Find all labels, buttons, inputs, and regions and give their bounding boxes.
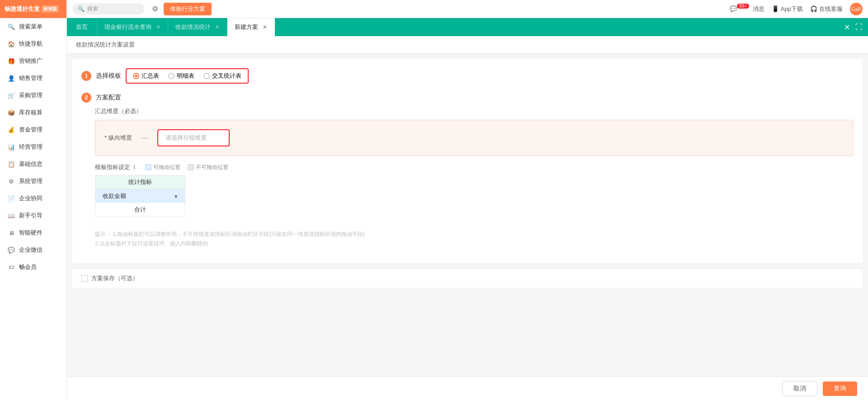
box-icon: 📦 [7, 108, 15, 117]
doc-icon: 📄 [7, 194, 15, 202]
sidebar-item-sales[interactable]: 👤 销售管理 [0, 70, 66, 87]
sidebar-label-operation: 经营管理 [19, 143, 42, 151]
breadcrumb-text: 收款情况统计方案设置 [76, 41, 135, 48]
save-section: 方案保存（可选） [72, 268, 863, 288]
step1-badge: 1 [81, 71, 91, 81]
edition-badge: 标准版 [42, 5, 59, 13]
avatar-text: CaR [851, 6, 861, 12]
user-avatar[interactable]: CaR [850, 3, 863, 15]
group-dimension-selector[interactable]: 请选择分组维度 [157, 129, 230, 146]
metric-dropdown-icon[interactable]: ▾ [175, 193, 178, 200]
radio-detail[interactable]: 明细表 [168, 72, 194, 80]
headset-icon: 🎧 [810, 5, 817, 12]
message-label: 消息 [753, 5, 764, 13]
radio-cross-label: 交叉统计表 [212, 72, 241, 80]
draggable-legend-box [145, 164, 151, 170]
message-icon: 💬 [730, 5, 737, 12]
form-body: 1 选择模板 汇总表 明细表 交叉统计表 [72, 59, 863, 263]
sidebar-item-member[interactable]: 🏷 畅会员 [0, 259, 66, 276]
sidebar-item-search-menu[interactable]: 🔍 搜索菜单 [0, 18, 66, 35]
cart-icon: 🛒 [7, 91, 15, 99]
gift-icon: 🎁 [7, 57, 15, 65]
clipboard-icon: 📋 [7, 160, 15, 168]
tag-icon: 🏷 [7, 263, 15, 271]
query-button[interactable]: 查询 [823, 381, 857, 396]
sidebar-item-corp-collab[interactable]: 📄 企业协同 [0, 190, 66, 207]
app-download-label: App下载 [781, 5, 803, 13]
tip-line2: 2.点击标题栏下拉可设置排序、插入列和删除列 [95, 240, 854, 248]
step1-row: 1 选择模板 汇总表 明细表 交叉统计表 [81, 68, 854, 84]
sidebar-label-corp-wechat: 企业微信 [19, 246, 42, 254]
message-badge: 99+ [737, 4, 749, 9]
stats-table: 统计指标 收款金额 ▾ 合计 [95, 175, 185, 217]
sidebar-label-member: 畅会员 [19, 263, 37, 271]
sidebar: 畅捷通好生意 标准版 🔍 搜索菜单 🏠 快捷导航 🎁 营销推广 👤 销售管理 🛒… [0, 0, 67, 400]
tab-new-plan[interactable]: 新建方案 ✕ [227, 18, 275, 36]
tabbar-actions: ✕ ⛶ [844, 23, 868, 32]
sidebar-item-newbie[interactable]: 📖 新手引导 [0, 207, 66, 224]
sidebar-label-purchase: 采购管理 [19, 91, 42, 99]
maximize-icon[interactable]: ⛶ [855, 23, 863, 31]
sidebar-item-corp-wechat[interactable]: 💬 企业微信 [0, 241, 66, 259]
template-radio-group: 汇总表 明细表 交叉统计表 [126, 68, 249, 84]
radio-summary[interactable]: 汇总表 [133, 72, 159, 80]
selector-placeholder: 请选择分组维度 [165, 134, 207, 141]
metric-name: 收款金额 [103, 192, 126, 200]
tab-receipt-stats[interactable]: 收款情况统计 ✕ [168, 18, 227, 36]
topbar: 🔍 搜索 ⚙ 体验行业方案 💬 99+ 消息 📱 App下载 🎧 在线客服 Ca… [67, 0, 868, 18]
settings-icon[interactable]: ⚙ [152, 5, 158, 13]
radio-summary-circle [133, 73, 139, 79]
radio-cross[interactable]: 交叉统计表 [203, 72, 241, 80]
mobile-icon: 📱 [772, 5, 779, 12]
tab-receipt-stats-close-icon[interactable]: ✕ [215, 24, 220, 30]
draggable-legend: 可拖动位置 [145, 164, 180, 171]
sidebar-label-newbie: 新手引导 [19, 212, 42, 220]
sidebar-item-basic-info[interactable]: 📋 基础信息 [0, 155, 66, 173]
sidebar-item-finance[interactable]: 💰 资金管理 [0, 121, 66, 138]
chart-icon: 📊 [7, 143, 15, 151]
chat-icon: 💬 [7, 246, 15, 254]
radio-cross-circle [203, 73, 210, 79]
cancel-button[interactable]: 取消 [782, 381, 817, 396]
fixed-legend-label: 不可拖动位置 [196, 164, 228, 171]
tab-new-plan-label: 新建方案 [235, 23, 258, 31]
metrics-header: 模板指标设定（ 可拖动位置 不可拖动位置 [95, 163, 854, 171]
sidebar-item-inventory[interactable]: 📦 库存核算 [0, 104, 66, 121]
sidebar-item-quick-nav[interactable]: 🏠 快捷导航 [0, 35, 66, 52]
summary-dimension-text: 汇总维度（必选） [95, 108, 142, 114]
step2-badge: 2 [81, 93, 91, 103]
money-icon: 💰 [7, 126, 15, 134]
draggable-legend-label: 可拖动位置 [153, 164, 180, 171]
user-icon: 👤 [7, 74, 15, 82]
search-menu-icon: 🔍 [7, 23, 15, 31]
save-checkbox[interactable] [81, 275, 88, 282]
sidebar-logo: 畅捷通好生意 标准版 [0, 0, 66, 18]
tab-home[interactable]: 首页 [67, 18, 97, 36]
industry-solution-button[interactable]: 体验行业方案 [164, 3, 212, 15]
sidebar-item-marketing[interactable]: 🎁 营销推广 [0, 52, 66, 70]
tab-cash-flow-label: 现金银行流水查询 [104, 23, 151, 31]
gear-icon: ⚙ [7, 177, 15, 185]
sidebar-label-search-menu: 搜索菜单 [19, 23, 42, 31]
tab-cash-flow-close-icon[interactable]: ✕ [156, 24, 160, 30]
sidebar-label-system: 系统管理 [19, 177, 42, 185]
sidebar-item-purchase[interactable]: 🛒 采购管理 [0, 87, 66, 104]
tab-new-plan-close-icon[interactable]: ✕ [263, 24, 267, 30]
sidebar-label-inventory: 库存核算 [19, 108, 42, 117]
radio-summary-label: 汇总表 [142, 72, 159, 80]
metrics-setting-label: 模板指标设定（ [95, 163, 136, 171]
search-box[interactable]: 🔍 搜索 [72, 3, 145, 14]
sidebar-item-system[interactable]: ⚙ 系统管理 [0, 173, 66, 190]
main-area: 🔍 搜索 ⚙ 体验行业方案 💬 99+ 消息 📱 App下载 🎧 在线客服 Ca… [67, 0, 868, 400]
sidebar-item-operation[interactable]: 📊 经营管理 [0, 138, 66, 155]
close-window-icon[interactable]: ✕ [844, 23, 850, 32]
page-content: 收款情况统计方案设置 1 选择模板 汇总表 明细表 [67, 36, 868, 376]
online-support-button[interactable]: 🎧 在线客服 [810, 5, 843, 13]
tab-home-label: 首页 [76, 23, 88, 31]
message-button[interactable]: 💬 99+ 消息 [730, 5, 764, 13]
app-download-button[interactable]: 📱 App下载 [772, 5, 803, 13]
tab-cash-flow[interactable]: 现金银行流水查询 ✕ [97, 18, 168, 36]
home-icon: 🏠 [7, 40, 15, 48]
sidebar-item-smart-hw[interactable]: 🖥 智能硬件 [0, 224, 66, 241]
tabbar: 首页 现金银行流水查询 ✕ 收款情况统计 ✕ 新建方案 ✕ ✕ ⛶ [67, 18, 868, 36]
